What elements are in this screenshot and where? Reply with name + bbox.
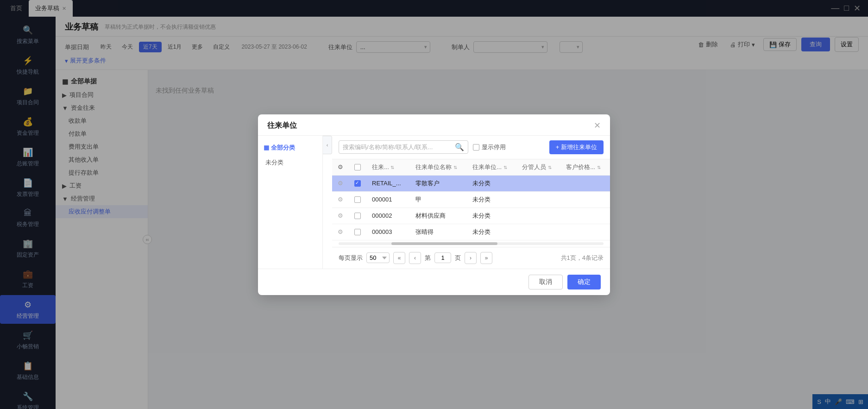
sort-icon-code: ⇅ — [390, 165, 394, 170]
row-checkbox[interactable] — [349, 191, 366, 208]
dialog-title: 往来单位 — [267, 121, 297, 131]
search-icon2: 🔍 — [455, 143, 464, 151]
collapse-dialog-left-button[interactable]: ‹ — [323, 136, 332, 154]
last-page-button[interactable]: » — [480, 252, 492, 264]
row-category: 未分类 — [467, 175, 516, 191]
row-code: 000001 — [366, 191, 410, 208]
row-name: 张晴得 — [410, 224, 467, 240]
row-price-level — [560, 175, 610, 191]
row-settings[interactable]: ⚙ — [332, 191, 349, 208]
dialog-header: 往来单位 ✕ — [258, 114, 610, 136]
row-code: RETAIL_... — [366, 175, 410, 191]
sort-icon-mgr: ⇅ — [548, 165, 552, 170]
grid-icon2: ▦ — [264, 144, 269, 151]
disabled-checkbox[interactable] — [473, 144, 479, 151]
first-page-button[interactable]: « — [393, 252, 405, 264]
row-code: 000002 — [366, 208, 410, 224]
row-checkbox[interactable] — [349, 224, 366, 240]
total-label: 共1页，4条记录 — [561, 254, 604, 262]
row-price-level — [560, 208, 610, 224]
partner-dialog: 往来单位 ✕ ▦ 全部分类 未分类 ‹ 🔍 — [258, 114, 610, 295]
row-checkbox-ctrl[interactable] — [354, 213, 361, 219]
dialog-toolbar: 🔍 显示停用 + 新增往来单位 — [332, 136, 610, 159]
row-settings[interactable]: ⚙ — [332, 208, 349, 224]
row-category: 未分类 — [467, 191, 516, 208]
row-checkbox[interactable] — [349, 208, 366, 224]
page-input[interactable] — [434, 252, 451, 263]
dialog-table-wrap: ⚙ 往来... ⇅ 往来单位名称 ⇅ — [332, 159, 610, 240]
price-col-header[interactable]: 客户价格... ⇅ — [560, 159, 610, 176]
row-checkbox-ctrl[interactable] — [354, 229, 361, 235]
settings-col-header[interactable]: ⚙ — [332, 159, 349, 176]
dialog-search-input[interactable] — [343, 144, 452, 151]
dialog-close-button[interactable]: ✕ — [594, 121, 601, 130]
per-page-select[interactable]: 50 10 20 100 — [366, 252, 390, 263]
sort-icon-name: ⇅ — [453, 165, 457, 170]
dialog-table: ⚙ 往来... ⇅ 往来单位名称 ⇅ — [332, 159, 610, 240]
category-col-header[interactable]: 往来单位... ⇅ — [467, 159, 516, 176]
row-manager — [516, 208, 560, 224]
dialog-table-row[interactable]: ⚙ 000002 材料供应商 未分类 — [332, 208, 610, 224]
row-manager — [516, 224, 560, 240]
confirm-button[interactable]: 确定 — [567, 275, 601, 289]
header-checkbox[interactable] — [354, 164, 361, 170]
checkbox-col-header[interactable] — [349, 159, 366, 176]
dialog-overlay: 往来单位 ✕ ▦ 全部分类 未分类 ‹ 🔍 — [0, 0, 868, 409]
row-checkbox[interactable] — [349, 175, 366, 191]
row-name: 零散客户 — [410, 175, 467, 191]
row-code: 000003 — [366, 224, 410, 240]
row-manager — [516, 175, 560, 191]
name-col-header[interactable]: 往来单位名称 ⇅ — [410, 159, 467, 176]
row-checkbox-ctrl[interactable] — [354, 196, 361, 203]
dialog-table-header: ⚙ 往来... ⇅ 往来单位名称 ⇅ — [332, 159, 610, 176]
page-suffix: 页 — [455, 254, 461, 262]
manager-col-header[interactable]: 分管人员 ⇅ — [516, 159, 560, 176]
page-prefix: 第 — [425, 254, 431, 262]
dialog-search-box[interactable]: 🔍 — [339, 140, 468, 154]
dialog-table-row[interactable]: ⚙ 000001 甲 未分类 — [332, 191, 610, 208]
row-manager — [516, 191, 560, 208]
next-page-button[interactable]: › — [465, 252, 477, 264]
sort-icon-price: ⇅ — [597, 165, 601, 170]
unclassified-category-item[interactable]: 未分类 — [258, 155, 322, 170]
row-settings[interactable]: ⚙ — [332, 175, 349, 191]
prev-page-button[interactable]: ‹ — [409, 252, 421, 264]
dialog-footer: 取消 确定 — [258, 269, 610, 295]
add-party-button[interactable]: + 新增往来单位 — [549, 140, 604, 154]
dialog-left-panel: ▦ 全部分类 未分类 — [258, 136, 323, 269]
dialog-body: ▦ 全部分类 未分类 ‹ 🔍 显示停用 — [258, 136, 610, 269]
row-checkbox-ctrl[interactable] — [354, 180, 361, 187]
sort-icon-cat: ⇅ — [503, 165, 507, 170]
dialog-scrollbar-thumb[interactable] — [391, 242, 497, 245]
cancel-button[interactable]: 取消 — [528, 275, 563, 289]
row-price-level — [560, 224, 610, 240]
row-category: 未分类 — [467, 224, 516, 240]
row-name: 材料供应商 — [410, 208, 467, 224]
dialog-right-panel: 🔍 显示停用 + 新增往来单位 ⚙ — [332, 136, 610, 269]
code-col-header[interactable]: 往来... ⇅ — [366, 159, 410, 176]
dialog-table-row[interactable]: ⚙ RETAIL_... 零散客户 未分类 — [332, 175, 610, 191]
dialog-table-row[interactable]: ⚙ 000003 张晴得 未分类 — [332, 224, 610, 240]
row-name: 甲 — [410, 191, 467, 208]
show-disabled-checkbox[interactable]: 显示停用 — [473, 143, 506, 151]
row-settings[interactable]: ⚙ — [332, 224, 349, 240]
row-category: 未分类 — [467, 208, 516, 224]
row-price-level — [560, 191, 610, 208]
all-category-item[interactable]: ▦ 全部分类 — [258, 140, 322, 155]
dialog-scrollbar[interactable] — [339, 242, 604, 245]
dialog-pagination: 每页显示 50 10 20 100 « ‹ 第 页 › » 共1页，4条记录 — [332, 247, 610, 269]
